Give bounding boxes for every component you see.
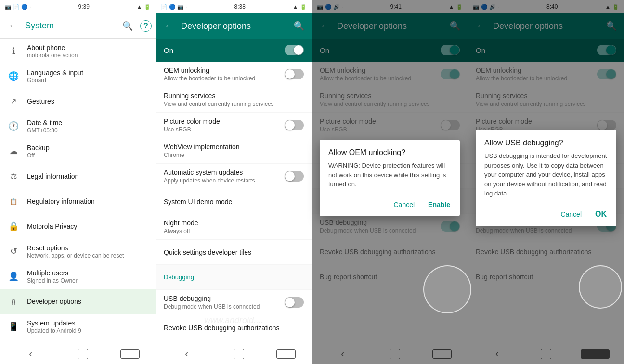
settings-item-language[interactable]: 🌐 Languages & input Gboard — [0, 64, 156, 89]
quicksettings-title: Quick settings developer tiles — [164, 248, 304, 256]
usb-dialog-title: Allow USB debugging? — [476, 130, 616, 151]
night-sub: Always off — [164, 228, 304, 234]
dev-section-debugging: Debugging — [156, 265, 312, 290]
wifi-icon-dev1: ▲ — [293, 4, 298, 10]
night-title: Night mode — [164, 219, 304, 227]
settings-item-regulatory[interactable]: 📋 Regulatory information — [0, 189, 156, 214]
app-bar-title: System — [25, 21, 115, 31]
notification-icons-dev1: 📄 🔵 📷 · — [161, 4, 187, 10]
back-button-dev1[interactable]: ← — [160, 17, 177, 35]
language-icon: 🌐 — [8, 70, 19, 82]
status-time: 9:39 — [78, 3, 89, 10]
autoupdate-toggle[interactable] — [285, 171, 304, 182]
dev-item-autoupdate[interactable]: Automatic system updates Apply updates w… — [156, 164, 312, 189]
panel-dev2: 📷 🔵 🔊 · 9:41 ▲ 🔋 ← Developer options 🔍 O… — [312, 0, 468, 364]
recent-nav-dev1[interactable] — [276, 349, 296, 359]
webview-title: WebView implementation — [164, 143, 304, 151]
search-button-dev1[interactable]: 🔍 — [290, 17, 308, 35]
users-title: Multiple users — [27, 269, 148, 277]
dev-item-color[interactable]: Picture color mode Use sRGB — [156, 113, 312, 138]
backup-sub: Off — [27, 152, 148, 159]
color-toggle[interactable] — [285, 120, 304, 130]
oem-cancel-button[interactable]: Cancel — [388, 197, 421, 212]
dev-item-revoke[interactable]: Revoke USB debugging authorizations — [156, 315, 312, 340]
oem-enable-button[interactable]: Enable — [422, 197, 456, 212]
privacy-title: Motorola Privacy — [27, 222, 148, 230]
dev-item-night[interactable]: Night mode Always off — [156, 214, 312, 240]
dev-item-webview[interactable]: WebView implementation Chrome — [156, 138, 312, 164]
settings-item-legal[interactable]: ⚖ Legal information — [0, 164, 156, 189]
dev-item-quicksettings[interactable]: Quick settings developer tiles — [156, 240, 312, 265]
dev-item-usb[interactable]: USB debugging Debug mode when USB is con… — [156, 290, 312, 315]
settings-item-gestures[interactable]: ↗ Gestures — [0, 89, 156, 114]
autoupdate-sub: Apply updates when device restarts — [164, 177, 285, 184]
oem-toggle-knob — [285, 69, 295, 79]
dev-item-oem[interactable]: OEM unlocking Allow the bootloader to be… — [156, 62, 312, 87]
usb-toggle[interactable] — [285, 297, 304, 308]
privacy-icon: 🔒 — [8, 221, 19, 232]
battery-icon-dev1: 🔋 — [300, 4, 307, 10]
back-button[interactable]: ← — [4, 17, 21, 35]
app-bar-system: ← System 🔍 ? — [0, 13, 156, 39]
oem-title: OEM unlocking — [164, 66, 285, 74]
oem-toggle[interactable] — [285, 69, 304, 79]
bottom-nav-dev1: ‹ — [156, 343, 312, 364]
dev-item-demo[interactable]: System UI demo mode — [156, 189, 312, 214]
settings-item-updates[interactable]: 📱 System updates Updated to Android 9 — [0, 314, 156, 339]
regulatory-title: Regulatory information — [27, 197, 148, 205]
settings-item-reset[interactable]: ↺ Reset options Network, apps, or device… — [0, 239, 156, 264]
updates-icon: 📱 — [8, 321, 19, 332]
recent-nav[interactable] — [120, 349, 140, 359]
updates-sub: Updated to Android 9 — [27, 327, 148, 334]
color-title: Picture color mode — [164, 117, 285, 125]
notification-icons: 📷 📄 🔵 · — [5, 4, 31, 10]
usb-ok-button[interactable]: OK — [589, 206, 612, 222]
settings-item-backup[interactable]: ☁ Backup Off — [0, 139, 156, 164]
bottom-nav-system: ‹ — [0, 343, 156, 364]
search-button[interactable]: 🔍 — [119, 17, 136, 35]
reset-icon: ↺ — [8, 246, 19, 257]
dev-on-toggle-knob — [294, 45, 303, 55]
oem-dialog-title: Allow OEM unlocking? — [320, 140, 460, 161]
about-sub: motorola one action — [27, 52, 148, 59]
settings-item-developer[interactable]: {} Developer options — [0, 289, 156, 314]
legal-icon: ⚖ — [8, 170, 19, 182]
settings-item-about[interactable]: ℹ About phone motorola one action — [0, 39, 156, 64]
status-right-dev1: ▲ 🔋 — [293, 4, 307, 10]
help-button[interactable]: ? — [140, 20, 152, 32]
home-nav[interactable] — [78, 349, 88, 359]
back-nav[interactable]: ‹ — [16, 345, 45, 363]
language-title: Languages & input — [27, 69, 148, 77]
usb-dialog: Allow USB debugging? USB debugging is in… — [476, 130, 616, 226]
autoupdate-title: Automatic system updates — [164, 169, 285, 176]
webview-sub: Chrome — [164, 152, 304, 158]
oem-dialog-body: WARNING: Device protection features will… — [320, 161, 460, 195]
developer-icon: {} — [8, 296, 19, 307]
status-bar-dev1: 📄 🔵 📷 · 8:38 ▲ 🔋 — [156, 0, 312, 13]
debugging-section-title: Debugging — [164, 273, 304, 281]
datetime-title: Date & time — [27, 119, 148, 127]
back-nav-dev1[interactable]: ‹ — [172, 345, 201, 363]
status-left-icons: 📷 📄 🔵 · — [5, 4, 31, 10]
status-time-dev1: 8:38 — [234, 3, 245, 10]
settings-item-datetime[interactable]: 🕐 Date & time GMT+05:30 — [0, 114, 156, 139]
dev-on-header: On — [156, 39, 312, 62]
datetime-sub: GMT+05:30 — [27, 127, 148, 134]
usb-toggle-knob — [285, 298, 295, 307]
usb-dialog-actions: Cancel OK — [476, 204, 616, 226]
dev-on-toggle[interactable] — [285, 45, 304, 55]
info-icon: ℹ — [8, 45, 19, 57]
running-sub: View and control currently running servi… — [164, 101, 304, 107]
app-bar-dev1: ← Developer options 🔍 — [156, 13, 312, 39]
revoke-title: Revoke USB debugging authorizations — [164, 324, 304, 332]
dev-item-running[interactable]: Running services View and control curren… — [156, 87, 312, 113]
usb-cancel-button[interactable]: Cancel — [555, 206, 587, 222]
usb-title: USB debugging — [164, 295, 285, 302]
developer-title: Developer options — [27, 298, 148, 305]
panel-dev1: 📄 🔵 📷 · 8:38 ▲ 🔋 ← Developer options 🔍 O… — [156, 0, 312, 364]
running-title: Running services — [164, 92, 304, 100]
backup-title: Backup — [27, 144, 148, 152]
home-nav-dev1[interactable] — [234, 349, 244, 359]
settings-item-users[interactable]: 👤 Multiple users Signed in as Owner — [0, 264, 156, 289]
settings-item-privacy[interactable]: 🔒 Motorola Privacy — [0, 214, 156, 239]
